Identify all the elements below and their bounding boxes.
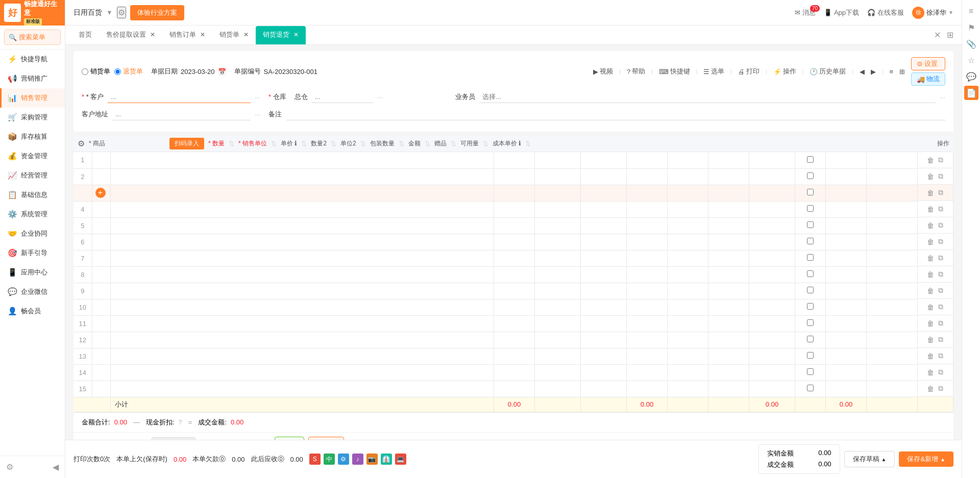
pack-cell[interactable] — [708, 348, 749, 364]
pack-cell[interactable] — [708, 364, 749, 381]
qty-cell[interactable] — [494, 201, 535, 217]
delete-row-button[interactable]: 🗑 — [926, 301, 935, 312]
tab-close-price[interactable]: ✕ — [150, 31, 155, 38]
next-btn[interactable]: ▶ — [871, 68, 876, 76]
unit2-cell[interactable] — [668, 381, 708, 397]
cost-cell[interactable] — [867, 234, 918, 250]
tab-close-all-button[interactable]: ✕ — [932, 29, 943, 41]
copy-row-button[interactable]: ⧉ — [937, 236, 944, 247]
avail-cell[interactable] — [826, 152, 867, 168]
delete-row-button[interactable]: 🗑 — [926, 269, 935, 280]
right-panel-msg-icon[interactable]: 💬 — [964, 69, 978, 84]
sidebar-item-wechat[interactable]: 💬 企业微信 — [0, 282, 65, 301]
pack-cell[interactable] — [708, 234, 749, 250]
avail-cell[interactable] — [826, 168, 867, 185]
tab-close-return[interactable]: ✕ — [293, 31, 299, 38]
product-cell[interactable] — [110, 364, 494, 381]
unit-cell[interactable] — [535, 201, 581, 217]
amount-cell[interactable] — [749, 168, 795, 185]
unit-cell[interactable] — [535, 364, 581, 381]
unit2-cell[interactable] — [668, 217, 708, 234]
avail-cell[interactable] — [826, 266, 867, 283]
qty-cell[interactable] — [494, 332, 535, 348]
gift-checkbox[interactable] — [807, 254, 814, 261]
search-menu-button[interactable]: 🔍 搜索菜单 — [4, 30, 61, 45]
save-draft-button[interactable]: 保存草稿 ▲ — [844, 451, 895, 467]
qty-cell[interactable] — [494, 152, 535, 168]
qty2-cell[interactable] — [627, 201, 668, 217]
question-icon[interactable]: ? — [179, 418, 182, 426]
qty2-cell[interactable] — [627, 152, 668, 168]
sidebar-item-shortcut[interactable]: ⚡ 快捷导航 — [0, 49, 65, 69]
avail-cell[interactable] — [826, 364, 867, 381]
qty-cell[interactable] — [494, 234, 535, 250]
unit-cell[interactable] — [535, 381, 581, 397]
bottom-icon-3[interactable]: ⚙ — [338, 454, 349, 465]
settings-form-button[interactable]: ⚙ 设置 — [911, 57, 945, 70]
unit2-cell[interactable] — [668, 185, 708, 201]
qty-cell[interactable] — [494, 364, 535, 381]
sidebar-item-inventory[interactable]: 📦 库存核算 — [0, 127, 65, 146]
unit-cell[interactable] — [535, 185, 581, 201]
unit2-cell[interactable] — [668, 250, 708, 266]
avail-cell[interactable] — [826, 201, 867, 217]
cost-cell[interactable] — [867, 381, 918, 397]
copy-row-button[interactable]: ⧉ — [937, 155, 944, 165]
gift-cell[interactable] — [795, 266, 826, 283]
unit-cell[interactable] — [535, 217, 581, 234]
cost-cell[interactable] — [867, 168, 918, 185]
gift-checkbox[interactable] — [807, 270, 814, 277]
delete-row-button[interactable]: 🗑 — [926, 285, 935, 296]
prev-btn[interactable]: ◀ — [860, 68, 865, 76]
calendar-icon[interactable]: 📅 — [218, 68, 226, 76]
amount-cell[interactable] — [749, 152, 795, 168]
copy-row-button[interactable]: ⧉ — [937, 253, 944, 263]
unit-cell[interactable] — [535, 168, 581, 185]
gift-cell[interactable] — [795, 332, 826, 348]
sidebar-item-ops[interactable]: 📈 经营管理 — [0, 166, 65, 185]
radio-sales-invoice[interactable]: 销货单 — [82, 67, 110, 76]
product-cell[interactable] — [110, 266, 494, 283]
amount-cell[interactable] — [749, 348, 795, 364]
copy-row-button[interactable]: ⧉ — [937, 334, 944, 345]
tab-price-settings[interactable]: 售价提取设置 ✕ — [99, 26, 162, 44]
remark-input[interactable] — [286, 108, 945, 120]
unit2-cell[interactable] — [668, 266, 708, 283]
cost-cell[interactable] — [867, 266, 918, 283]
price-cell[interactable] — [581, 185, 627, 201]
qty-cell[interactable] — [494, 266, 535, 283]
settings-button[interactable]: ⚙ — [117, 7, 126, 18]
copy-row-button[interactable]: ⧉ — [937, 301, 944, 312]
price-cell[interactable] — [581, 217, 627, 234]
sidebar-item-marketing[interactable]: 📢 营销推广 — [0, 69, 65, 88]
gift-cell[interactable] — [795, 315, 826, 332]
avail-cell[interactable] — [826, 234, 867, 250]
gift-cell[interactable] — [795, 217, 826, 234]
add-row-button[interactable]: + — [95, 188, 106, 198]
qty-cell[interactable] — [494, 381, 535, 397]
price-cell[interactable] — [581, 152, 627, 168]
app-download-button[interactable]: 📱 App下载 — [824, 8, 859, 17]
shortcut-btn[interactable]: ⌨ 快捷键 — [659, 67, 690, 76]
sidebar-collapse-button[interactable]: ◀ — [51, 460, 61, 474]
gift-checkbox[interactable] — [807, 221, 814, 228]
qty-cell[interactable] — [494, 283, 535, 299]
tab-layout-button[interactable]: ⊞ — [945, 29, 955, 41]
sidebar-item-finance[interactable]: 💰 资金管理 — [0, 146, 65, 166]
qty2-cell[interactable] — [627, 332, 668, 348]
gift-cell[interactable] — [795, 152, 826, 168]
sidebar-settings-button[interactable]: ⚙ — [4, 460, 15, 474]
experience-button[interactable]: 体验行业方案 — [130, 5, 184, 20]
product-cell[interactable] — [110, 152, 494, 168]
gift-checkbox[interactable] — [807, 336, 814, 342]
sidebar-item-newbie[interactable]: 🎯 新手引导 — [0, 243, 65, 263]
bottom-icon-5[interactable]: 📷 — [366, 454, 378, 465]
pack-cell[interactable] — [708, 152, 749, 168]
price-cell[interactable] — [581, 332, 627, 348]
salesperson-more-icon[interactable]: ··· — [940, 93, 945, 101]
qty-cell[interactable] — [494, 217, 535, 234]
cost-cell[interactable] — [867, 250, 918, 266]
price-cell[interactable] — [581, 266, 627, 283]
warehouse-input[interactable] — [312, 91, 373, 103]
customer-input[interactable] — [108, 91, 251, 103]
